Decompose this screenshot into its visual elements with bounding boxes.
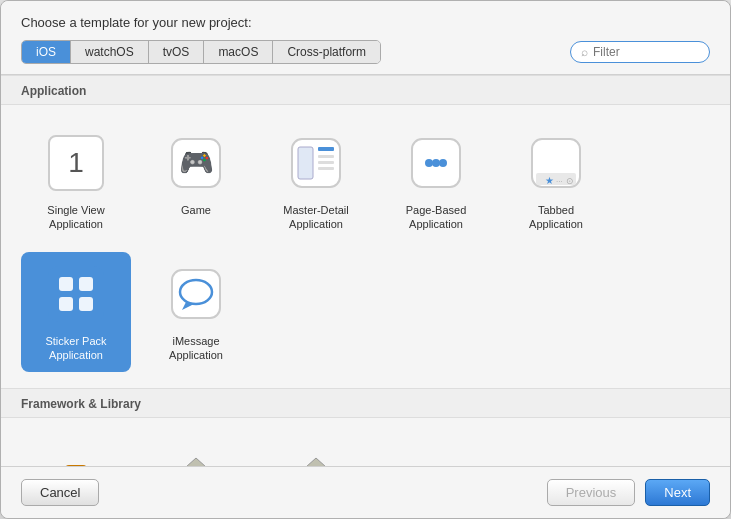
- page-based-icon: [404, 131, 468, 195]
- svg-rect-19: [59, 297, 73, 311]
- framework-library-items-grid: Cocoa TouchFramework T: [1, 418, 730, 466]
- game-icon: 🎮: [164, 131, 228, 195]
- previous-button[interactable]: Previous: [547, 479, 636, 506]
- cocoa-touch-static-icon: Touch: [164, 444, 228, 466]
- svg-marker-38: [296, 458, 336, 466]
- imessage-icon: [164, 262, 228, 326]
- page-based-label: Page-BasedApplication: [406, 203, 467, 232]
- tab-tvos[interactable]: tvOS: [149, 41, 205, 63]
- sticker-pack-icon-inner: [48, 266, 104, 322]
- template-page-based[interactable]: Page-BasedApplication: [381, 121, 491, 242]
- filter-box[interactable]: ⌕: [570, 41, 710, 63]
- tab-cross-platform[interactable]: Cross-platform: [273, 41, 380, 63]
- tab-ios[interactable]: iOS: [22, 41, 71, 63]
- svg-text:⊙: ⊙: [566, 176, 574, 186]
- tab-macos[interactable]: macOS: [204, 41, 273, 63]
- search-icon: ⌕: [581, 45, 588, 59]
- cocoa-touch-static-svg: [168, 448, 224, 466]
- svg-point-11: [439, 159, 447, 167]
- svg-rect-6: [318, 161, 334, 164]
- svg-point-10: [432, 159, 440, 167]
- svg-rect-4: [318, 147, 334, 151]
- tabbed-label: TabbedApplication: [529, 203, 583, 232]
- dialog-title: Choose a template for your new project:: [21, 15, 710, 30]
- framework-library-section-header: Framework & Library: [1, 388, 730, 418]
- imessage-label: iMessageApplication: [169, 334, 223, 363]
- sticker-pack-icon: [44, 262, 108, 326]
- svg-rect-18: [79, 277, 93, 291]
- filter-input[interactable]: [593, 45, 699, 59]
- template-single-view[interactable]: 1 Single ViewApplication: [21, 121, 131, 242]
- svg-text:🎮: 🎮: [179, 146, 214, 179]
- template-game[interactable]: 🎮 Game: [141, 121, 251, 242]
- metal-library-icon-svg: M: [288, 448, 344, 466]
- next-button[interactable]: Next: [645, 479, 710, 506]
- tab-watchos[interactable]: watchOS: [71, 41, 149, 63]
- single-view-icon: 1: [44, 131, 108, 195]
- master-detail-label: Master-DetailApplication: [283, 203, 348, 232]
- cocoa-touch-fw-icon-svg: [48, 448, 104, 466]
- template-master-detail[interactable]: Master-DetailApplication: [261, 121, 371, 242]
- single-view-label: Single ViewApplication: [47, 203, 104, 232]
- tabbed-icon-svg: ★ ··· ⊙: [528, 135, 584, 191]
- footer-right: Previous Next: [547, 479, 710, 506]
- tabbed-icon: ★ ··· ⊙: [524, 131, 588, 195]
- cocoa-touch-fw-icon: [44, 444, 108, 466]
- dialog-header: Choose a template for your new project: …: [1, 1, 730, 75]
- imessage-icon-svg: [168, 266, 224, 322]
- template-tabbed[interactable]: ★ ··· ⊙ TabbedApplication: [501, 121, 611, 242]
- template-sticker-pack[interactable]: Sticker PackApplication: [21, 252, 131, 373]
- svg-rect-5: [318, 155, 334, 158]
- template-cocoa-touch-static[interactable]: Touch Cocoa TouchStatic Library: [141, 434, 251, 466]
- svg-point-9: [425, 159, 433, 167]
- cancel-button[interactable]: Cancel: [21, 479, 99, 506]
- svg-rect-3: [298, 147, 313, 179]
- new-project-dialog: Choose a template for your new project: …: [0, 0, 731, 519]
- master-detail-icon-svg: [288, 135, 344, 191]
- sticker-pack-icon-svg: [56, 274, 96, 314]
- metal-library-icon: M: [284, 444, 348, 466]
- platform-tabs: iOS watchOS tvOS macOS Cross-platform: [21, 40, 381, 64]
- svg-text:···: ···: [556, 177, 563, 186]
- svg-rect-7: [318, 167, 334, 170]
- svg-rect-17: [59, 277, 73, 291]
- template-metal-library[interactable]: M Metal Library: [261, 434, 371, 466]
- game-icon-svg: 🎮: [168, 135, 224, 191]
- page-based-icon-svg: [408, 135, 464, 191]
- sticker-pack-label: Sticker PackApplication: [45, 334, 106, 363]
- application-items-grid: 1 Single ViewApplication 🎮 Game: [1, 105, 730, 388]
- template-list: Application 1 Single ViewApplication 🎮 G…: [1, 75, 730, 466]
- game-label: Game: [181, 203, 211, 217]
- svg-text:★: ★: [545, 175, 554, 186]
- master-detail-icon: [284, 131, 348, 195]
- cocoa-touch-static-icon-container: Touch: [168, 448, 224, 466]
- tab-row: iOS watchOS tvOS macOS Cross-platform ⌕: [21, 40, 710, 64]
- svg-rect-20: [79, 297, 93, 311]
- single-view-icon-inner: 1: [48, 135, 104, 191]
- svg-marker-32: [176, 458, 216, 466]
- dialog-footer: Cancel Previous Next: [1, 466, 730, 518]
- application-section-header: Application: [1, 75, 730, 105]
- template-cocoa-touch-fw[interactable]: Cocoa TouchFramework: [21, 434, 131, 466]
- template-imessage[interactable]: iMessageApplication: [141, 252, 251, 373]
